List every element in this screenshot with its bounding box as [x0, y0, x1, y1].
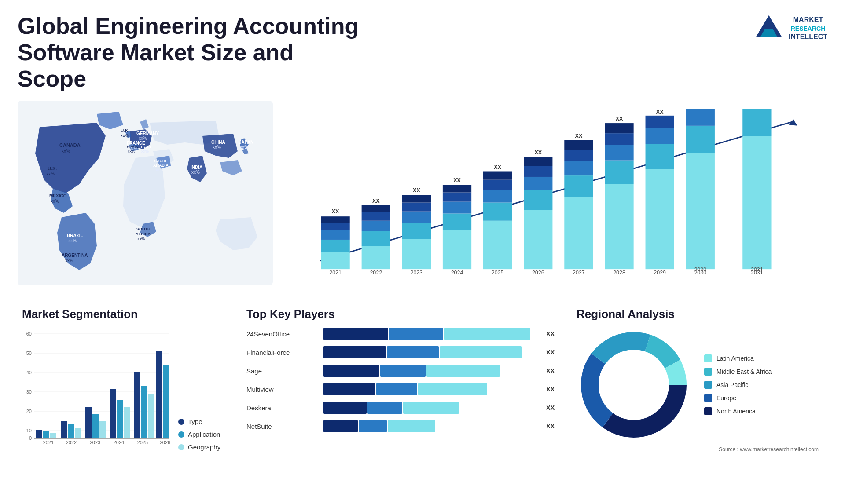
- svg-text:U.K.: U.K.: [121, 128, 129, 133]
- legend-europe-color: [704, 394, 712, 402]
- legend-mea: Middle East & Africa: [704, 368, 772, 376]
- svg-text:xx%: xx%: [46, 172, 55, 176]
- svg-text:xx%: xx%: [156, 168, 163, 172]
- svg-rect-132: [99, 421, 106, 438]
- svg-rect-70: [524, 166, 552, 177]
- map-container: CANADA xx% U.S. xx% MEXICO xx% BRAZIL xx…: [18, 101, 273, 294]
- legend-application-dot: [178, 431, 184, 438]
- svg-text:40: 40: [26, 370, 32, 375]
- player-row-0: 24SevenOffice XX: [246, 328, 555, 340]
- player-bar-seg-3-1: [376, 383, 417, 395]
- svg-text:AFRICA: AFRICA: [136, 232, 151, 236]
- player-name-4: Deskera: [246, 404, 319, 412]
- map-section: CANADA xx% U.S. xx% MEXICO xx% BRAZIL xx…: [18, 101, 273, 294]
- svg-rect-58: [443, 193, 471, 202]
- donut-area: Latin America Middle East & Africa Asia …: [577, 328, 823, 442]
- svg-text:2027: 2027: [573, 270, 585, 276]
- player-bar-0: [323, 328, 539, 340]
- svg-text:XX: XX: [575, 133, 583, 139]
- svg-text:60: 60: [26, 331, 32, 336]
- svg-rect-130: [85, 407, 92, 438]
- svg-rect-123: [43, 431, 49, 438]
- svg-rect-140: [148, 394, 154, 438]
- player-value-1: XX: [546, 349, 555, 356]
- svg-text:30: 30: [26, 389, 32, 394]
- svg-text:XX: XX: [656, 109, 664, 115]
- player-value-5: XX: [546, 423, 555, 430]
- svg-text:XX: XX: [332, 209, 339, 215]
- legend-type-dot: [178, 419, 184, 425]
- legend-asia-pacific: Asia Pacific: [704, 381, 772, 389]
- svg-text:0: 0: [29, 435, 32, 441]
- svg-rect-87: [646, 128, 674, 144]
- legend-north-america: North America: [704, 407, 772, 415]
- svg-text:MEXICO: MEXICO: [49, 194, 67, 198]
- logo-line3: INTELLECT: [789, 33, 827, 42]
- svg-rect-139: [141, 386, 147, 438]
- canada-label: CANADA: [59, 142, 81, 148]
- svg-line-35: [320, 122, 794, 261]
- svg-rect-95: [742, 109, 771, 136]
- svg-text:xx%: xx%: [137, 237, 145, 241]
- svg-rect-143: [163, 365, 169, 438]
- legend-geography-label: Geography: [188, 443, 220, 451]
- svg-rect-53: [402, 195, 431, 203]
- page-title: Global Engineering Accounting Software M…: [18, 13, 361, 92]
- svg-text:2021: 2021: [43, 440, 54, 445]
- svg-rect-131: [92, 414, 99, 438]
- player-name-2: Sage: [246, 367, 319, 375]
- player-row-2: Sage XX: [246, 365, 555, 377]
- svg-text:GERMANY: GERMANY: [136, 131, 159, 136]
- svg-rect-68: [524, 190, 552, 210]
- regional-section: Regional Analysis: [572, 303, 827, 457]
- player-value-0: XX: [546, 330, 555, 337]
- player-bar-seg-5-0: [323, 420, 358, 432]
- legend-latin-america-label: Latin America: [716, 355, 754, 362]
- svg-rect-44: [362, 231, 390, 246]
- svg-rect-134: [110, 389, 116, 438]
- svg-rect-40: [321, 223, 350, 230]
- svg-text:2024: 2024: [114, 440, 124, 445]
- player-name-1: FinancialForce: [246, 349, 319, 356]
- svg-rect-128: [75, 428, 81, 438]
- svg-rect-81: [605, 145, 633, 161]
- svg-rect-71: [524, 157, 552, 166]
- svg-text:XX: XX: [453, 178, 461, 184]
- svg-marker-2: [762, 15, 775, 29]
- legend-type: Type: [178, 418, 220, 425]
- svg-rect-77: [564, 140, 593, 150]
- segmentation-title: Market Segmentation: [22, 307, 224, 321]
- player-bar-seg-5-2: [388, 420, 435, 432]
- svg-rect-67: [524, 210, 552, 269]
- svg-text:2031: 2031: [751, 270, 763, 276]
- player-bar-5: [323, 420, 539, 432]
- svg-text:xx%: xx%: [191, 170, 200, 175]
- svg-rect-39: [321, 230, 350, 240]
- legend-north-america-label: North America: [716, 408, 756, 415]
- legend-geography: Geography: [178, 443, 220, 451]
- player-bar-3: [323, 383, 539, 395]
- svg-text:xx%: xx%: [139, 136, 147, 141]
- svg-rect-86: [646, 144, 674, 170]
- svg-text:ARGENTINA: ARGENTINA: [62, 253, 88, 258]
- svg-rect-51: [402, 212, 431, 223]
- header: Global Engineering Accounting Software M…: [18, 13, 827, 92]
- svg-rect-76: [564, 150, 593, 161]
- svg-text:ARABIA: ARABIA: [153, 163, 169, 168]
- player-value-4: XX: [546, 404, 555, 411]
- svg-rect-122: [36, 430, 42, 438]
- svg-rect-43: [362, 246, 390, 270]
- seg-legend: Type Application Geography: [178, 418, 220, 451]
- player-bar-seg-3-2: [418, 383, 487, 395]
- svg-rect-73: [564, 197, 593, 269]
- svg-text:BRAZIL: BRAZIL: [67, 233, 83, 238]
- player-name-5: NetSuite: [246, 423, 319, 430]
- svg-text:2030: 2030: [694, 270, 706, 276]
- svg-text:SAUDI: SAUDI: [154, 159, 166, 163]
- svg-text:XX: XX: [534, 150, 542, 156]
- legend-geography-dot: [178, 444, 184, 450]
- logo-line1: MARKET: [789, 15, 827, 25]
- svg-text:SPAIN: SPAIN: [127, 145, 139, 149]
- player-bar-seg-2-1: [380, 365, 426, 377]
- svg-text:2021: 2021: [329, 270, 342, 276]
